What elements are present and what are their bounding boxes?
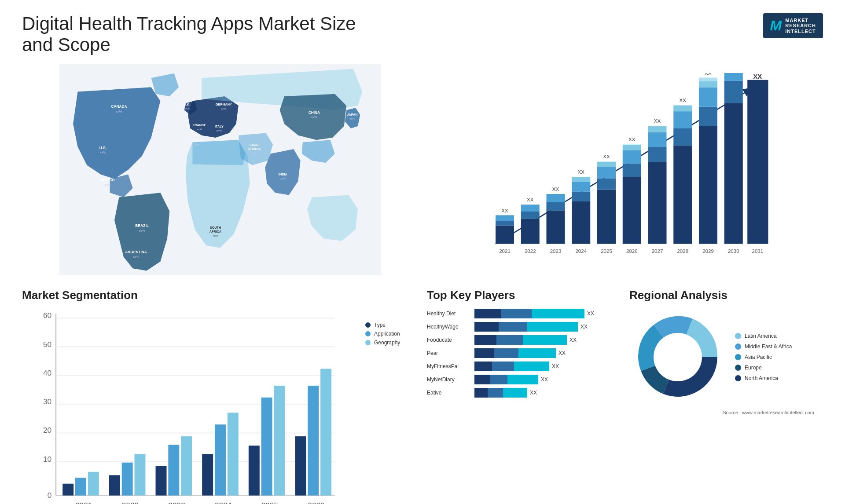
svg-text:xx%: xx% — [197, 128, 202, 131]
svg-text:AFRICA: AFRICA — [209, 230, 222, 234]
segmentation-section: Market Segmentation 60 50 40 30 20 — [22, 284, 418, 504]
legend-dot-middle-east — [735, 343, 741, 350]
donut-chart-svg — [629, 309, 726, 405]
svg-rect-65 — [648, 126, 667, 132]
svg-text:xx%: xx% — [213, 234, 218, 237]
legend-label-europe: Europe — [745, 365, 762, 371]
legend-item-type: Type — [365, 322, 418, 328]
seg3 — [507, 375, 538, 384]
svg-text:xx%: xx% — [139, 229, 145, 233]
svg-text:2026: 2026 — [626, 249, 638, 254]
svg-rect-75 — [699, 81, 717, 88]
svg-text:10: 10 — [43, 455, 51, 464]
svg-rect-79 — [724, 81, 743, 103]
svg-text:MEXICO: MEXICO — [100, 178, 115, 182]
player-xx-fooducate: XX — [569, 337, 577, 343]
player-bar-segs-myfitnesspal — [474, 362, 549, 371]
player-row-fooducate: Fooducate XX — [427, 335, 621, 345]
svg-rect-39 — [521, 219, 540, 244]
svg-rect-73 — [699, 107, 717, 126]
svg-rect-67 — [673, 146, 692, 244]
legend-item-asia-pacific: Asia Pacific — [735, 354, 792, 360]
segmentation-svg: 60 50 40 30 20 10 0 — [22, 309, 343, 504]
svg-rect-50 — [572, 177, 590, 182]
player-bar-segs-healthywage — [474, 322, 578, 332]
seg1 — [474, 388, 488, 398]
svg-rect-53 — [597, 178, 616, 190]
seg3 — [514, 362, 549, 371]
svg-rect-64 — [648, 132, 667, 147]
svg-text:xx%: xx% — [133, 255, 139, 259]
seg2 — [490, 375, 507, 384]
growth-chart-wrapper: XX XX XX XX — [436, 73, 814, 258]
svg-rect-113 — [109, 475, 120, 496]
svg-text:xx%: xx% — [104, 183, 110, 187]
seg3 — [532, 309, 584, 318]
svg-rect-59 — [623, 150, 641, 163]
player-row-pear: Pear XX — [427, 348, 621, 358]
svg-rect-52 — [597, 190, 616, 244]
world-map-section: CANADA xx% U.S. xx% MEXICO xx% BRAZIL xx… — [22, 64, 418, 275]
main-grid: CANADA xx% U.S. xx% MEXICO xx% BRAZIL xx… — [22, 64, 823, 504]
player-xx-healthydiet: XX — [587, 310, 594, 317]
svg-rect-48 — [572, 192, 590, 201]
svg-rect-118 — [181, 436, 192, 495]
svg-text:xx%: xx% — [116, 110, 122, 113]
seg3 — [527, 322, 578, 332]
seg2 — [492, 362, 514, 371]
segmentation-content: 60 50 40 30 20 10 0 — [22, 309, 418, 504]
svg-text:ARGENTINA: ARGENTINA — [125, 250, 147, 254]
svg-text:U.S.: U.S. — [99, 146, 107, 150]
svg-rect-72 — [699, 126, 717, 244]
svg-text:FRANCE: FRANCE — [193, 123, 206, 127]
svg-rect-74 — [699, 88, 717, 107]
seg2 — [494, 348, 518, 358]
header: Digital Health Tracking Apps Market Size… — [22, 13, 823, 55]
player-row-mynetdiary: MyNetDiary XX — [427, 375, 621, 384]
svg-text:GERMANY: GERMANY — [216, 102, 232, 106]
legend-label-geography: Geography — [374, 340, 400, 346]
growth-chart-svg: XX XX XX XX — [436, 73, 814, 258]
logo: M MARKET RESEARCH INTELLECT — [763, 13, 823, 38]
player-bar-pear: XX — [474, 348, 621, 358]
legend-dot-application — [365, 331, 371, 336]
legend-label-middle-east: Middle East & Africa — [745, 343, 792, 350]
svg-rect-110 — [62, 484, 73, 496]
player-bar-segs-eative — [474, 388, 527, 398]
svg-text:2021: 2021 — [75, 501, 92, 504]
svg-text:xx%: xx% — [221, 107, 226, 110]
svg-text:SPAIN: SPAIN — [192, 138, 202, 142]
svg-rect-36 — [496, 221, 514, 226]
key-players-title: Top Key Players — [427, 289, 621, 302]
player-row-healthydiet: Healthy Diet XX — [427, 309, 621, 318]
svg-rect-35 — [496, 226, 514, 244]
svg-text:40: 40 — [43, 369, 51, 377]
player-name-eative: Eative — [427, 390, 471, 396]
svg-text:XX: XX — [527, 197, 534, 202]
player-xx-eative: XX — [530, 390, 537, 396]
svg-text:JAPAN: JAPAN — [347, 113, 357, 117]
key-players-section: Top Key Players Healthy Diet XX — [427, 284, 621, 504]
player-xx-healthywage: XX — [580, 324, 588, 330]
svg-rect-125 — [295, 436, 306, 495]
legend-label-type: Type — [374, 322, 386, 328]
svg-text:INDIA: INDIA — [279, 172, 288, 176]
legend-item-north-america: North America — [735, 375, 792, 381]
svg-text:2025: 2025 — [601, 249, 612, 254]
svg-text:50: 50 — [43, 340, 51, 349]
seg2 — [496, 335, 523, 345]
svg-text:xx%: xx% — [217, 129, 222, 132]
svg-text:SOUTH: SOUTH — [210, 226, 221, 230]
svg-rect-76 — [699, 78, 717, 81]
svg-text:U.K.: U.K. — [184, 102, 191, 106]
svg-text:CHINA: CHINA — [309, 110, 320, 115]
legend-dot-north-america — [735, 375, 741, 381]
svg-rect-57 — [623, 177, 641, 244]
svg-point-134 — [654, 333, 702, 381]
regional-content: Latin America Middle East & Africa Asia … — [629, 309, 823, 405]
svg-rect-55 — [597, 162, 616, 167]
player-bar-mynetdiary: XX — [474, 375, 621, 384]
svg-text:XX: XX — [705, 73, 712, 76]
seg1 — [474, 309, 501, 318]
svg-rect-60 — [623, 145, 641, 150]
